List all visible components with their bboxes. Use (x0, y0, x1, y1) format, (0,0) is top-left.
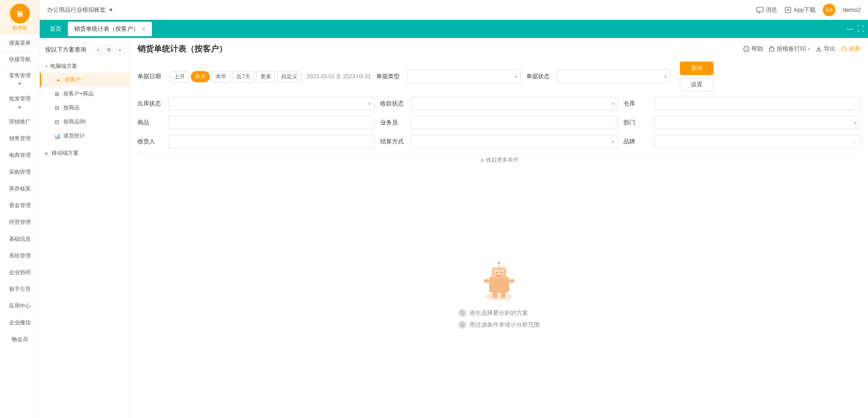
salesman-input[interactable]: … (411, 116, 618, 129)
empty-illustration (476, 258, 522, 304)
receiver-label: 收货人 (137, 138, 165, 146)
page-title: 销货单统计表（按客户） (137, 43, 227, 54)
retail-label: 零售管理 (9, 72, 31, 80)
header-right: 消息 App下载 Ea demo2 (756, 4, 861, 16)
tab-sales-stat[interactable]: 销货单统计表（按客户） ✕ (68, 22, 152, 36)
panel-collapse-button[interactable]: « (115, 45, 124, 54)
goods-input[interactable]: … (168, 116, 375, 129)
panel-header: 按以下方案查询 + ⚙ « (40, 42, 130, 58)
sidebar-item-operation[interactable]: 经营管理 (0, 214, 39, 231)
sidebar-item-system[interactable]: 系统管理 (0, 247, 39, 264)
quick-nav-item[interactable]: 快捷导航 (0, 52, 39, 67)
tab-maximize-button[interactable]: ⛶ (857, 25, 864, 33)
page-actions: ? 帮助 按模板打印 ▾ 导出 刷新 (743, 45, 861, 53)
settings-button[interactable]: 设置 (680, 78, 713, 91)
sidebar-item-retail[interactable]: 零售管理 ▾ (0, 67, 39, 90)
retail-arrow: ▾ (19, 81, 21, 86)
tab-minimize-button[interactable]: — (846, 25, 854, 33)
dept-select[interactable]: ▾ (654, 116, 861, 129)
panel-item-return-stat[interactable]: 📊 退货统计 (40, 129, 130, 143)
marketing-label: 营销推广 (9, 118, 31, 126)
sidebar-item-wechat[interactable]: 企业微信 (0, 314, 39, 331)
sidebar-item-marketing[interactable]: 营销推广 (0, 114, 39, 130)
dept-arrow: ▾ (854, 120, 857, 125)
sidebar-item-inventory[interactable]: 库存核算 (0, 180, 39, 197)
panel-item-by-goods99[interactable]: ⊟ 按商品99 (40, 115, 130, 129)
sidebar-item-ecommerce[interactable]: 电商管理 (0, 147, 39, 164)
receiver-input[interactable]: … (168, 135, 375, 148)
sidebar-item-newbie[interactable]: 新手引导 (0, 281, 39, 298)
brand-input[interactable]: … (654, 135, 861, 148)
tip-num-2: ② (458, 321, 467, 329)
message-button[interactable]: 消息 (756, 6, 777, 14)
wholesale-arrow: ▴ (19, 104, 21, 109)
sidebar-item-sales[interactable]: 销售管理 (0, 130, 39, 147)
title-dropdown-arrow[interactable]: ▾ (109, 6, 113, 13)
help-button[interactable]: ? 帮助 (743, 45, 763, 53)
print-button[interactable]: 按模板打印 ▾ (769, 45, 810, 53)
date-btn-this-year[interactable]: 本年 (212, 71, 231, 82)
left-panel: 按以下方案查询 + ⚙ « ▾ 电脑端方案 ● 按客户 ⊞ 按客户 (40, 38, 130, 418)
query-button[interactable]: 查询 (680, 62, 713, 75)
date-btn-this-month[interactable]: 本月 (191, 71, 210, 82)
warehouse-input[interactable]: … (654, 97, 861, 110)
tab-bar-actions: — ⛶ (846, 25, 864, 33)
panel-section-pc-title[interactable]: ▾ 电脑端方案 (40, 60, 130, 73)
sidebar-item-finance[interactable]: 资金管理 (0, 197, 39, 214)
date-btn-last-month[interactable]: 上月 (170, 71, 189, 82)
panel-item-by-goods[interactable]: ⊟ 按商品 (40, 101, 130, 115)
by-customer-goods-icon: ⊞ (53, 90, 61, 98)
basic-label: 基础信息 (9, 235, 31, 243)
svg-point-15 (498, 261, 500, 264)
panel-item-by-customer-goods[interactable]: ⊞ 按客户+商品 (40, 87, 130, 101)
sidebar-item-basic[interactable]: 基础信息 (0, 231, 39, 247)
svg-rect-6 (769, 48, 774, 51)
collapse-row[interactable]: ∧ 收起更多条件 (137, 154, 861, 166)
warehouse-col: 仓库 … (623, 97, 861, 110)
salesman-dots: … (609, 119, 614, 126)
print-dropdown-arrow[interactable]: ▾ (808, 47, 810, 52)
sidebar-item-wholesale[interactable]: 批发管理 ▴ (0, 90, 39, 114)
payment-select[interactable]: ▾ (411, 135, 618, 148)
main-area: 办公用品行业模拟账套 ▾ 消息 App下载 Ea demo2 首页 销货单统计表… (40, 0, 868, 418)
panel-settings-button[interactable]: ⚙ (104, 45, 113, 54)
avatar[interactable]: Ea (823, 4, 835, 16)
user-name: demo2 (843, 6, 861, 13)
sidebar-item-purchase[interactable]: 采购管理 (0, 164, 39, 180)
tab-home[interactable]: 首页 (43, 22, 68, 36)
doc-type-select[interactable]: ▾ (407, 70, 521, 83)
date-btn-custom[interactable]: 自定义 (277, 71, 302, 82)
panel-item-by-customer[interactable]: ● 按客户 (40, 73, 130, 87)
app-download-label: App下载 (793, 6, 816, 14)
search-menu-item[interactable]: 搜索菜单 (0, 35, 39, 52)
panel-add-button[interactable]: + (94, 45, 103, 54)
goods-label: 商品 (137, 119, 165, 127)
message-icon (756, 6, 764, 14)
by-customer-icon: ● (55, 76, 62, 84)
out-status-select[interactable]: ▾ (168, 97, 375, 110)
sidebar-item-enterprise[interactable]: 企业协同 (0, 264, 39, 281)
sales-label: 销售管理 (9, 135, 31, 142)
date-btn-more[interactable]: 更多 (256, 71, 275, 82)
tab-home-label: 首页 (50, 25, 61, 33)
receipt-status-select[interactable]: ▾ (411, 97, 618, 110)
export-button[interactable]: 导出 (816, 45, 835, 53)
by-goods99-label: 按商品99 (63, 118, 85, 126)
panel-header-actions: + ⚙ « (94, 45, 124, 54)
collapse-label: 收起更多条件 (486, 156, 519, 164)
return-stat-icon: 📊 (53, 133, 61, 140)
svg-point-7 (486, 293, 513, 300)
empty-tip-1: ① 请先选择要分析的方案 (458, 309, 540, 317)
svg-rect-19 (501, 292, 505, 298)
appstore-label: 应用中心 (9, 302, 31, 310)
doc-status-select[interactable]: ▾ (557, 70, 671, 83)
sidebar-item-vip[interactable]: 畅会员 (0, 331, 39, 348)
sidebar-item-appstore[interactable]: 应用中心 (0, 298, 39, 314)
tab-close-button[interactable]: ✕ (142, 26, 146, 32)
refresh-button[interactable]: 刷新 (841, 45, 861, 53)
date-btn-last7[interactable]: 近7天 (232, 71, 255, 82)
app-download-button[interactable]: App下载 (784, 6, 816, 14)
panel-section-mobile-title[interactable]: ▶ 移动端方案 (40, 147, 130, 160)
svg-rect-17 (509, 279, 514, 283)
warehouse-dots: … (851, 100, 857, 107)
